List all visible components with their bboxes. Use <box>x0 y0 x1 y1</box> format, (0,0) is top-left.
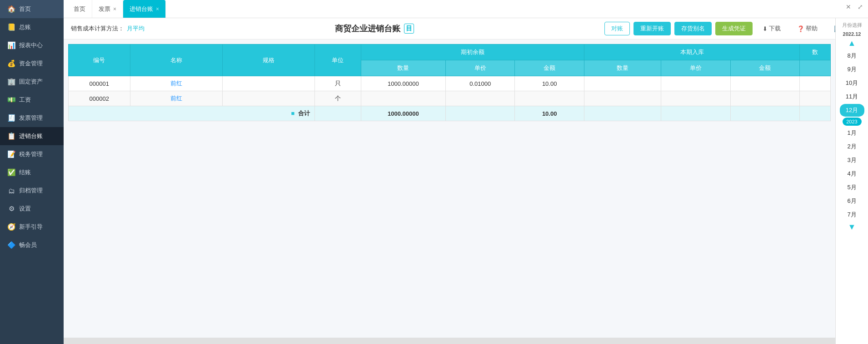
sidebar-item-settings[interactable]: ⚙ 设置 <box>0 200 64 218</box>
tab-invoice-close[interactable]: × <box>113 6 116 12</box>
tab-purchase-sales-close[interactable]: × <box>156 6 159 12</box>
month-2[interactable]: 2月 <box>840 140 864 153</box>
sidebar-item-assets[interactable]: 🏢 固定资产 <box>0 73 64 91</box>
col-more-sub <box>800 60 831 76</box>
col-more: 数 <box>800 44 831 60</box>
month-12[interactable]: 12月 <box>840 104 864 117</box>
sidebar-item-funds[interactable]: 💰 资金管理 <box>0 54 64 73</box>
sidebar: 🏠 首页 📒 总账 📊 报表中心 💰 资金管理 🏢 固定资产 💵 工资 🧾 发票… <box>0 0 64 344</box>
sidebar-item-settle[interactable]: ✅ 结账 <box>0 163 64 182</box>
total-opening-qty: 1000.00000 <box>361 106 445 121</box>
col-unit: 单位 <box>315 44 361 76</box>
sidebar-item-member[interactable]: 🔷 畅会员 <box>0 236 64 254</box>
month-5[interactable]: 5月 <box>840 181 864 194</box>
sidebar-item-guide[interactable]: 🧭 新手引导 <box>0 218 64 236</box>
row1-name: 前红 <box>130 76 222 91</box>
reports-icon: 📊 <box>7 41 15 49</box>
month-4[interactable]: 4月 <box>840 167 864 180</box>
download-button[interactable]: ⬇ 下载 <box>756 22 787 35</box>
funds-icon: 💰 <box>7 59 15 68</box>
purchase-sales-icon: 📋 <box>7 132 15 140</box>
guide-icon: 🧭 <box>7 223 15 231</box>
row2-in-qty <box>584 91 661 106</box>
home-icon: 🏠 <box>7 5 15 13</box>
maximize-button[interactable]: ⤢ <box>856 3 864 11</box>
member-icon: 🔷 <box>7 241 15 249</box>
tab-home[interactable]: 首页 <box>67 0 92 18</box>
main-area: ✕ ⤢ 首页 发票 × 进销台账 × 销售成本计算方法： 月平均 商贸企业进销台… <box>64 0 868 344</box>
sidebar-item-home[interactable]: 🏠 首页 <box>0 0 64 18</box>
main-table: 编号 名称 规格 单位 期初余额 本期入库 数 数量 单价 金额 数 <box>68 44 831 121</box>
month-10[interactable]: 10月 <box>840 77 864 89</box>
row2-spec <box>222 91 314 106</box>
reconcile-button[interactable]: 对账 <box>604 22 630 35</box>
sidebar-item-ledger[interactable]: 📒 总账 <box>0 18 64 36</box>
col-in-price: 单价 <box>661 60 730 76</box>
help-button[interactable]: ❓ 帮助 <box>791 22 824 35</box>
total-icon: ■ <box>291 110 295 117</box>
sidebar-item-purchase-sales[interactable]: 📋 进销台账 <box>0 127 64 145</box>
col-opening-amount: 金额 <box>515 60 584 76</box>
row1-code: 000001 <box>69 76 130 91</box>
month-11[interactable]: 11月 <box>840 90 864 103</box>
close-button[interactable]: ✕ <box>844 3 853 11</box>
sidebar-item-invoice-mgmt[interactable]: 🧾 发票管理 <box>0 109 64 127</box>
settle-icon: ✅ <box>7 168 15 177</box>
month-3[interactable]: 3月 <box>840 154 864 167</box>
month-8[interactable]: 8月 <box>840 49 864 62</box>
col-period-opening: 期初余额 <box>361 44 584 60</box>
window-controls: ✕ ⤢ <box>844 3 864 11</box>
month-6[interactable]: 6月 <box>840 195 864 207</box>
assets-icon: 🏢 <box>7 78 15 86</box>
page-title: 商贸企业进销台账 目 <box>335 23 414 34</box>
total-opening-price <box>445 106 514 121</box>
row2-more <box>800 91 831 106</box>
archive-icon: 🗂 <box>7 187 15 195</box>
ledger-icon: 📒 <box>7 23 15 31</box>
row2-opening-price <box>445 91 514 106</box>
row2-in-price <box>661 91 730 106</box>
row1-spec <box>222 76 314 91</box>
row1-more <box>800 76 831 91</box>
help-icon: ❓ <box>797 25 804 32</box>
sidebar-item-archive[interactable]: 🗂 归档管理 <box>0 182 64 200</box>
tax-icon: 📝 <box>7 150 15 158</box>
settings-icon: ⚙ <box>7 205 15 213</box>
save-name-button[interactable]: 存货别名 <box>674 22 712 35</box>
col-code: 编号 <box>69 44 130 76</box>
tab-bar: 首页 发票 × 进销台账 × <box>64 0 868 18</box>
row2-opening-qty <box>361 91 445 106</box>
row1-in-qty <box>584 76 661 91</box>
month-panel: 月份选择 2022.12 ▲ 8月 9月 10月 11月 12月 2023 1月… <box>835 39 868 338</box>
toolbar-row: 销售成本计算方法： 月平均 商贸企业进销台账 目 对账 重新开账 存货别名 生成… <box>64 18 868 39</box>
sidebar-item-reports[interactable]: 📊 报表中心 <box>0 36 64 54</box>
total-row: ■ 合计 1000.00000 10.00 <box>69 106 831 121</box>
download-icon: ⬇ <box>763 25 768 32</box>
col-in-qty: 数量 <box>584 60 661 76</box>
year-2023-marker: 2023 <box>843 118 862 126</box>
total-in-qty <box>584 106 661 121</box>
tab-invoice[interactable]: 发票 × <box>92 0 123 18</box>
table-area: 编号 名称 规格 单位 期初余额 本期入库 数 数量 单价 金额 数 <box>64 39 835 338</box>
scroll-area[interactable] <box>64 338 868 344</box>
total-in-price <box>661 106 730 121</box>
table-row: 000001 前红 只 1000.00000 0.01000 10.00 <box>69 76 831 91</box>
sidebar-item-salary[interactable]: 💵 工资 <box>0 91 64 109</box>
month-9[interactable]: 9月 <box>840 63 864 76</box>
month-1[interactable]: 1月 <box>840 127 864 139</box>
total-unit <box>315 106 361 121</box>
content: 销售成本计算方法： 月平均 商贸企业进销台账 目 对账 重新开账 存货别名 生成… <box>64 18 868 344</box>
month-nav-down[interactable]: ▼ <box>848 221 856 233</box>
reopen-button[interactable]: 重新开账 <box>634 22 671 35</box>
total-label: ■ 合计 <box>69 106 315 121</box>
month-nav-up[interactable]: ▲ <box>848 39 856 49</box>
total-more <box>800 106 831 121</box>
tab-purchase-sales[interactable]: 进销台账 × <box>123 0 166 18</box>
generate-button[interactable]: 生成凭证 <box>715 22 753 35</box>
row1-opening-amount: 10.00 <box>515 76 584 91</box>
row1-unit: 只 <box>315 76 361 91</box>
col-current-in: 本期入库 <box>584 44 799 60</box>
action-buttons: 对账 重新开账 存货别名 生成凭证 ⬇ 下载 ❓ 帮助 🔄 刷新 <box>604 22 861 35</box>
month-7[interactable]: 7月 <box>840 208 864 221</box>
sidebar-item-tax[interactable]: 📝 税务管理 <box>0 145 64 163</box>
